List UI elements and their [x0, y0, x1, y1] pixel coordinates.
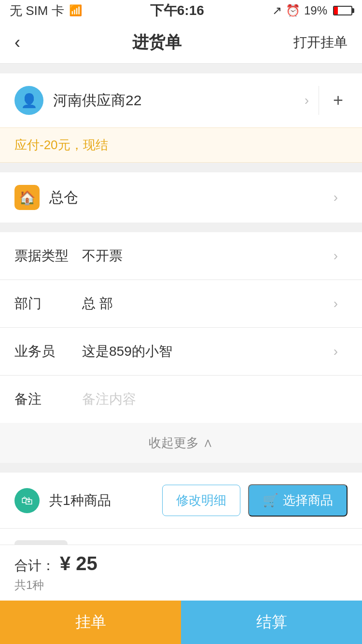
battery-icon: [333, 6, 352, 15]
separator-3: [0, 223, 362, 232]
invoice-value: 不开票: [82, 247, 334, 265]
invoice-chevron-icon: ›: [334, 248, 338, 264]
select-product-label: 选择商品: [283, 492, 333, 509]
form-card: 票据类型 不开票 › 部门 总 部 › 业务员 这是859的小智 › 备注 备注…: [0, 232, 362, 423]
invoice-row[interactable]: 票据类型 不开票 ›: [0, 232, 362, 280]
total-row: 合计： ¥ 25: [14, 553, 348, 575]
alarm-icon: ⏰: [286, 4, 300, 17]
total-amount: ¥ 25: [60, 553, 97, 574]
open-pending-button[interactable]: 打开挂单: [293, 33, 348, 52]
warehouse-name: 总仓: [49, 188, 334, 208]
invoice-label: 票据类型: [14, 247, 82, 265]
supplier-card: 👤 河南供应商22 › + 应付-20元，现结: [0, 73, 362, 163]
dept-chevron-icon: ›: [334, 296, 338, 311]
sales-chevron-icon: ›: [334, 344, 338, 359]
warehouse-icon: 🏠: [14, 185, 40, 210]
total-sub: 共1种: [14, 577, 348, 593]
warning-banner: 应付-20元，现结: [0, 127, 362, 163]
status-left: 无 SIM 卡 📶: [10, 2, 82, 19]
page-title: 进货单: [132, 31, 181, 54]
avatar: 👤: [14, 86, 43, 115]
collapse-button[interactable]: 收起更多 ∧: [0, 423, 362, 463]
add-supplier-button[interactable]: +: [319, 86, 348, 115]
warehouse-row: 🏠 总仓 ›: [0, 172, 362, 223]
dept-row[interactable]: 部门 总 部 ›: [0, 280, 362, 327]
select-product-icon: 🛒: [263, 493, 278, 508]
location-icon: ↗: [272, 4, 282, 17]
separator-4: [0, 463, 362, 473]
total-bar: 合计： ¥ 25 共1种: [0, 545, 362, 601]
nav-bar: ‹ 进货单 打开挂单: [0, 21, 362, 64]
remark-input[interactable]: 备注内容: [82, 390, 348, 408]
supplier-chevron-icon: ›: [305, 93, 309, 108]
warehouse-card[interactable]: 🏠 总仓 ›: [0, 172, 362, 223]
dept-label: 部门: [14, 294, 82, 313]
product-icon: 🛍: [14, 488, 40, 513]
cart-icon: 🛍: [21, 494, 33, 507]
total-label: 合计：: [14, 557, 55, 575]
back-button[interactable]: ‹: [14, 32, 20, 53]
bottom-bar: 合计： ¥ 25 共1种 挂单 结算: [0, 545, 362, 644]
supplier-row: 👤 河南供应商22 › +: [0, 73, 362, 127]
separator-1: [0, 64, 362, 73]
pending-button[interactable]: 挂单: [0, 601, 181, 644]
remark-label: 备注: [14, 390, 82, 408]
battery-text: 19%: [304, 4, 327, 17]
sales-label: 业务员: [14, 342, 82, 361]
wifi-icon: 📶: [69, 4, 82, 17]
settle-button[interactable]: 结算: [181, 601, 362, 644]
separator-2: [0, 163, 362, 172]
avatar-icon: 👤: [21, 93, 38, 109]
edit-detail-button[interactable]: 修改明细: [162, 485, 240, 516]
supplier-name: 河南供应商22: [53, 91, 305, 111]
product-count-text: 共1种商品: [49, 491, 162, 510]
collapse-label: 收起更多 ∧: [149, 434, 213, 451]
carrier-text: 无 SIM 卡: [10, 2, 64, 19]
remark-row[interactable]: 备注 备注内容: [0, 376, 362, 423]
dept-value: 总 部: [82, 294, 334, 313]
time-display: 下午6:16: [150, 1, 204, 20]
sales-row[interactable]: 业务员 这是859的小智 ›: [0, 328, 362, 375]
status-bar: 无 SIM 卡 📶 下午6:16 ↗ ⏰ 19%: [0, 0, 362, 21]
product-header: 🛍 共1种商品 修改明细 🛒 选择商品: [0, 473, 362, 528]
sales-value: 这是859的小智: [82, 342, 334, 361]
select-product-button[interactable]: 🛒 选择商品: [248, 484, 348, 517]
warehouse-chevron-icon: ›: [334, 190, 338, 205]
action-buttons: 挂单 结算: [0, 601, 362, 644]
total-sub-text: 共1种: [14, 578, 44, 591]
status-right: ↗ ⏰ 19%: [272, 4, 352, 17]
